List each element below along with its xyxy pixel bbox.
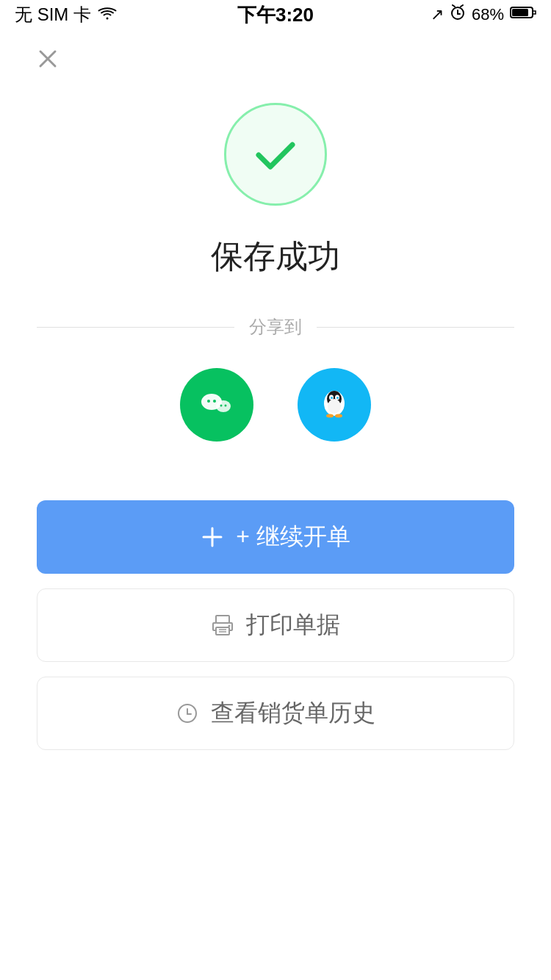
status-bar-left: 无 SIM 卡 <box>15 3 118 26</box>
svg-point-12 <box>213 400 216 403</box>
plus-icon <box>201 525 224 549</box>
svg-point-22 <box>328 399 341 414</box>
svg-rect-27 <box>216 616 229 623</box>
svg-point-11 <box>207 400 210 403</box>
history-label: 查看销货单历史 <box>211 697 375 729</box>
status-bar-right: ↗ 68% <box>431 4 536 25</box>
battery-icon <box>510 5 536 24</box>
share-section: 分享到 <box>0 315 551 442</box>
wifi-icon <box>97 4 118 25</box>
svg-line-4 <box>461 5 463 7</box>
svg-point-19 <box>331 397 333 399</box>
status-bar-time: 下午3:20 <box>237 2 314 28</box>
svg-point-20 <box>336 397 339 399</box>
qq-share-button[interactable] <box>298 368 371 442</box>
action-buttons: + 继续开单 打印单据 <box>0 500 551 750</box>
divider-row: 分享到 <box>37 315 514 339</box>
location-icon: ↗ <box>431 5 444 24</box>
print-icon <box>211 613 234 637</box>
success-title: 保存成功 <box>211 235 340 278</box>
svg-point-24 <box>335 414 342 418</box>
print-button[interactable]: 打印单据 <box>37 588 514 662</box>
battery-label: 68% <box>472 5 504 24</box>
svg-point-10 <box>216 400 231 412</box>
continue-label: + 继续开单 <box>236 521 350 553</box>
svg-rect-28 <box>216 627 229 635</box>
main-content: 保存成功 分享到 <box>0 29 551 750</box>
history-icon <box>176 702 199 725</box>
alarm-icon <box>450 4 466 25</box>
divider-line-left <box>37 327 234 328</box>
no-sim-label: 无 SIM 卡 <box>15 3 91 26</box>
status-bar: 无 SIM 卡 下午3:20 ↗ 68% <box>0 0 551 29</box>
wechat-share-button[interactable] <box>180 368 253 442</box>
share-label: 分享到 <box>249 315 302 339</box>
svg-point-13 <box>220 405 223 407</box>
svg-line-3 <box>453 5 455 7</box>
print-label: 打印单据 <box>246 609 340 641</box>
history-button[interactable]: 查看销货单历史 <box>37 677 514 750</box>
close-button[interactable] <box>29 40 66 77</box>
svg-point-14 <box>225 405 227 407</box>
success-icon-circle <box>224 103 327 206</box>
divider-line-right <box>317 327 514 328</box>
svg-point-31 <box>228 625 231 627</box>
continue-button[interactable]: + 继续开单 <box>37 500 514 574</box>
svg-point-23 <box>326 414 334 418</box>
svg-rect-6 <box>512 9 528 16</box>
share-icons <box>37 368 514 442</box>
